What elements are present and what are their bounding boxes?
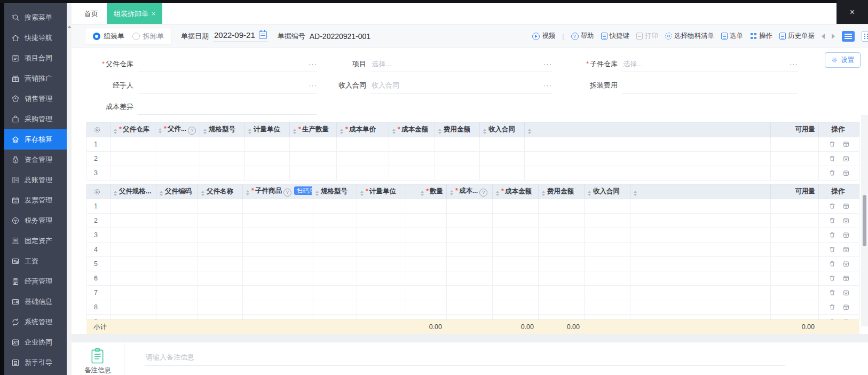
grid-cell[interactable]: [357, 257, 406, 271]
grid-cell[interactable]: [447, 199, 493, 214]
sidebar-item-beginner-guide[interactable]: 新手引导: [4, 353, 67, 373]
grid-cell[interactable]: [156, 199, 198, 214]
grid-cell[interactable]: [312, 257, 357, 271]
grid-cell[interactable]: [111, 166, 155, 181]
grid-cell[interactable]: [156, 271, 198, 286]
hotkey-button[interactable]: 快捷键: [601, 32, 630, 41]
sort-icon[interactable]: [392, 129, 396, 134]
sidebar-item-invoice[interactable]: 发票管理: [4, 190, 67, 210]
sort-icon[interactable]: [483, 129, 486, 134]
grid-cell[interactable]: [447, 300, 493, 315]
sidebar-item-search[interactable]: 搜索菜单: [4, 7, 67, 28]
grid-cell[interactable]: [357, 243, 406, 257]
sort-icon[interactable]: [528, 129, 531, 134]
list-view-toggle[interactable]: [842, 31, 855, 42]
delete-icon[interactable]: [828, 289, 836, 296]
grid-cell[interactable]: [337, 152, 389, 166]
grid-cell[interactable]: [290, 152, 337, 166]
grid-cell[interactable]: [312, 228, 357, 243]
add-row-icon[interactable]: [842, 289, 850, 296]
add-row-icon[interactable]: [842, 318, 850, 319]
delete-icon[interactable]: [828, 318, 836, 319]
delete-icon[interactable]: [828, 275, 836, 282]
grid-cell[interactable]: [198, 228, 243, 243]
grid-cell[interactable]: [585, 286, 630, 300]
sidebar-item-fixed-assets[interactable]: 固定资产: [4, 231, 67, 251]
grid-cell[interactable]: [200, 166, 245, 181]
sidebar-item-basic-info[interactable]: 基础信息: [4, 292, 67, 312]
sidebar-item-salary[interactable]: 工资: [4, 251, 67, 271]
add-row-icon[interactable]: [842, 169, 850, 177]
income-contract-input[interactable]: [370, 81, 541, 90]
add-row-icon[interactable]: [842, 202, 850, 210]
sort-icon[interactable]: [293, 129, 296, 134]
grid-cell[interactable]: [585, 257, 630, 271]
grid-cell[interactable]: [357, 300, 406, 315]
grid-cell[interactable]: [539, 271, 585, 286]
sort-icon[interactable]: [203, 129, 207, 134]
grid-cell[interactable]: [111, 315, 156, 320]
grid-cell[interactable]: [111, 137, 155, 152]
radio-assemble[interactable]: 组装单: [93, 32, 124, 41]
sidebar-item-quick-nav[interactable]: 快捷导航: [4, 28, 67, 48]
grid-cell[interactable]: [406, 286, 447, 300]
action-menu-button[interactable]: 操作: [750, 32, 772, 41]
grid-cell[interactable]: [312, 271, 357, 286]
grid-cell[interactable]: [480, 166, 525, 181]
delete-icon[interactable]: [828, 246, 836, 253]
window-close-icon[interactable]: ×: [850, 7, 855, 17]
grid-cell[interactable]: [585, 199, 630, 214]
add-row-icon[interactable]: [842, 217, 850, 224]
grid-cell[interactable]: [198, 271, 243, 286]
sort-icon[interactable]: [160, 191, 163, 196]
grid-cell[interactable]: [406, 315, 447, 320]
prev-arrow-icon[interactable]: [822, 34, 825, 39]
sort-icon[interactable]: [315, 191, 319, 196]
grid-cell[interactable]: [493, 228, 539, 243]
grid-cell[interactable]: [585, 271, 630, 286]
grid-cell[interactable]: [156, 286, 198, 300]
column-settings-icon[interactable]: [93, 188, 101, 196]
grid-cell[interactable]: [480, 137, 525, 152]
doc-date-picker[interactable]: 2022-09-21: [213, 30, 268, 42]
radio-disassemble[interactable]: 拆卸单: [132, 32, 164, 41]
grid-cell[interactable]: [493, 257, 539, 271]
grid-cell[interactable]: [447, 243, 493, 257]
grid-cell[interactable]: [337, 166, 389, 181]
grid-cell[interactable]: [243, 257, 312, 271]
grid-cell[interactable]: [198, 214, 243, 228]
grid-cell[interactable]: [389, 152, 435, 166]
grid-cell[interactable]: [245, 137, 290, 152]
grid-cell[interactable]: [312, 286, 357, 300]
grid-cell[interactable]: [447, 257, 493, 271]
grid-cell[interactable]: [585, 243, 630, 257]
grid-cell[interactable]: [111, 214, 156, 228]
sidebar-item-purchase[interactable]: 采购管理: [4, 109, 67, 129]
scroll-up-icon[interactable]: [68, 26, 71, 28]
grid-cell[interactable]: [243, 286, 312, 300]
handler-input[interactable]: [138, 81, 306, 90]
delete-icon[interactable]: [828, 155, 836, 162]
child-warehouse-input[interactable]: [622, 59, 787, 68]
grid-cell[interactable]: [243, 271, 312, 286]
video-button[interactable]: 视频: [532, 32, 555, 41]
grid-cell[interactable]: [539, 300, 585, 315]
grid-cell[interactable]: [243, 315, 312, 320]
grid-cell[interactable]: [539, 199, 585, 214]
parent-warehouse-input[interactable]: [138, 59, 306, 68]
grid-cell[interactable]: [198, 243, 243, 257]
sidebar-item-funds[interactable]: 资金管理: [4, 150, 67, 170]
grid-cell[interactable]: [312, 300, 357, 315]
help-button[interactable]: ?帮助: [571, 32, 594, 41]
grid-cell[interactable]: [493, 243, 539, 257]
grid-cell[interactable]: [200, 137, 245, 152]
grid-cell[interactable]: [480, 152, 525, 166]
grid-cell[interactable]: [111, 286, 156, 300]
sort-icon[interactable]: [438, 129, 441, 134]
add-row-icon[interactable]: [842, 246, 850, 253]
grid-cell[interactable]: [493, 271, 539, 286]
select-bom-button[interactable]: 选择物料清单: [665, 32, 714, 41]
grid-cell[interactable]: [198, 300, 243, 315]
grid-cell[interactable]: [357, 271, 406, 286]
grid-cell[interactable]: [312, 214, 357, 228]
